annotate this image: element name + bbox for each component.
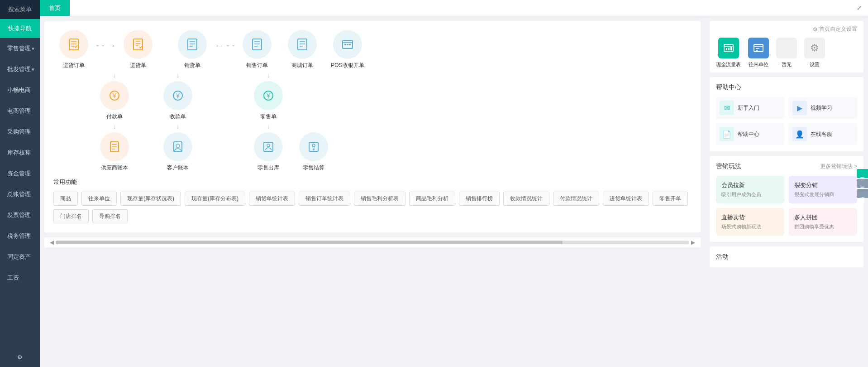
marketing-more-link[interactable]: 更多营销玩法 > (820, 163, 857, 170)
flow-node-retail-settle[interactable]: ¥ 零售结算 (293, 132, 334, 172)
pos-icon (333, 30, 362, 59)
flow-node-pos[interactable]: POS收银开单 (327, 30, 368, 69)
sidebar-item-invoice[interactable]: 发票管理 (0, 205, 40, 226)
sidebar-item-salary[interactable]: 工资 (0, 267, 40, 288)
sidebar-item-assets[interactable]: 固定资产 (0, 246, 40, 267)
expand-icon[interactable]: ⤢ (854, 4, 863, 13)
func-btn-stock1[interactable]: 现存量(库存状况表) (120, 192, 181, 206)
help-card: 帮助中心 ✉ 新手入门 ▶ 视频学习 📄 帮助中心 👤 (710, 77, 863, 151)
flow-node-purchase-order[interactable]: 进货订单 (53, 30, 94, 69)
sidebar-nav-active[interactable]: 快捷导航 (0, 19, 40, 38)
float-btn-hotline[interactable]: 客服热线 (857, 169, 868, 178)
video-label: 视频学习 (811, 104, 832, 112)
qa-item-cashflow[interactable]: 现金流量表 (716, 38, 741, 68)
scroll-left-arrow[interactable]: ◀ (48, 239, 56, 246)
func-btn-retail-open[interactable]: 零售开单 (653, 192, 688, 206)
sidebar-item-retail[interactable]: 零售管理 ▼ (0, 38, 40, 59)
sidebar-item-inventory[interactable]: 库存核算 (0, 142, 40, 163)
marketing-item-group[interactable]: 多人拼团 拼团购物享受优惠 (789, 208, 857, 236)
qa-item-partners[interactable]: 往来单位 (748, 38, 769, 68)
activities-title: 活动 (716, 253, 857, 261)
flow-card: 进货订单 - - → 进货单 (44, 21, 701, 232)
func-btn-payment-stat[interactable]: 付款情况统计 (553, 192, 599, 206)
flow-node-receipt[interactable]: ¥ 收款单 (157, 81, 198, 121)
scroll-track[interactable] (56, 241, 689, 244)
func-btn-receipt-stat[interactable]: 收款情况统计 (503, 192, 549, 206)
tabbar-right: ⤢ (854, 4, 868, 13)
float-btn-community[interactable]: 服务社区 (857, 179, 868, 188)
arrow-2: ← - - (215, 40, 234, 51)
group-desc: 拼团购物享受优惠 (794, 223, 852, 230)
sidebar-item-ecommerce[interactable]: 电商管理 (0, 101, 40, 121)
left-panel: 进货订单 - - → 进货单 (40, 16, 705, 367)
scroll-right-arrow[interactable]: ▶ (689, 239, 697, 246)
flow-node-payment[interactable]: ¥ 付款单 (94, 81, 135, 121)
fission-desc: 裂变式发展分销商 (794, 191, 852, 198)
func-btn-store-rank[interactable]: 门店排名 (53, 209, 89, 223)
svg-rect-20 (347, 44, 348, 45)
group-title: 多人拼团 (794, 213, 852, 222)
retail-label: 零售单 (260, 113, 277, 121)
help-item-beginner[interactable]: ✉ 新手入门 (716, 97, 784, 119)
func-btn-sale-stat[interactable]: 销货单统计表 (249, 192, 295, 206)
main-area: 首页 ⤢ 进货订单 (40, 0, 868, 367)
svg-rect-42 (728, 48, 730, 50)
help-item-help[interactable]: 📄 帮助中心 (716, 123, 784, 145)
tab-home[interactable]: 首页 (40, 0, 70, 16)
pos-label: POS收银开单 (331, 62, 364, 69)
help-item-video[interactable]: ▶ 视频学习 (789, 97, 857, 119)
func-btn-sale-rank[interactable]: 销售排行榜 (459, 192, 500, 206)
flow-node-retail[interactable]: ¥ 零售单 (248, 81, 289, 121)
purchase-icon (124, 30, 153, 59)
sale-order-label: 销售订单 (246, 62, 268, 69)
flow-node-retail-out[interactable]: 零售出库 (248, 132, 289, 172)
sidebar-item-ecommerce-small[interactable]: 小畅电商 (0, 80, 40, 101)
sidebar-item-purchase[interactable]: 采购管理 (0, 121, 40, 142)
func-btn-purchase-stat[interactable]: 进货单统计表 (603, 192, 649, 206)
svg-rect-0 (69, 39, 78, 50)
flow-node-shop-order[interactable]: 商城订单 (282, 30, 323, 69)
marketing-item-live[interactable]: 直播卖货 场景式购物新玩法 (716, 208, 784, 236)
down-arrow-purchase: ↓ (113, 72, 116, 78)
sidebar-item-ledger[interactable]: 总账管理 (0, 184, 40, 205)
flow-node-vendor-book[interactable]: 供应商账本 (94, 132, 135, 172)
qa-settings-label: 设置 (810, 61, 820, 68)
sidebar-item-wholesale[interactable]: 批发管理 ▼ (0, 59, 40, 80)
arrow-1: - - → (96, 40, 116, 51)
qa-item-settings[interactable]: ⚙ 设置 (804, 38, 825, 68)
func-btn-stock2[interactable]: 现存量(库存分布表) (185, 192, 245, 206)
func-btn-guide-rank[interactable]: 导购排名 (92, 209, 128, 223)
marketing-item-fission[interactable]: 裂变分销 裂变式发展分销商 (789, 176, 857, 203)
flow-node-sale[interactable]: 销货单 (172, 30, 213, 69)
func-btn-sale-profit[interactable]: 销售毛利分析表 (354, 192, 405, 206)
svg-point-33 (176, 144, 180, 148)
func-btn-goods-profit[interactable]: 商品毛利分析 (409, 192, 455, 206)
float-btn-desktop[interactable]: 桌面快捷 (857, 189, 868, 198)
retail-settle-label: 零售结算 (303, 164, 324, 172)
content-area: 进货订单 - - → 进货单 (40, 16, 868, 367)
sale-label: 销货单 (184, 62, 200, 69)
help-item-service[interactable]: 👤 在线客服 (789, 123, 857, 145)
down-arrow-customer: ↓ (176, 123, 180, 130)
func-grid: 商品 往来单位 现存量(库存状况表) 现存量(库存分布表) 销货单统计表 销售订… (53, 192, 692, 223)
qa-header: ⚙ 首页自定义设置 (716, 25, 857, 33)
down-arrow-vendor: ↓ (113, 123, 116, 130)
marketing-item-member[interactable]: 会员拉新 吸引用户成为会员 (716, 176, 784, 203)
func-btn-partners[interactable]: 往来单位 (81, 192, 117, 206)
svg-point-35 (267, 144, 270, 147)
right-panel: ⚙ 首页自定义设置 现金流量表 往来单位 (705, 16, 868, 367)
sidebar-item-finance[interactable]: 资金管理 (0, 163, 40, 184)
quick-access-card: ⚙ 首页自定义设置 现金流量表 往来单位 (710, 21, 863, 72)
qa-settings-link[interactable]: ⚙ 首页自定义设置 (813, 25, 857, 33)
func-btn-sale-order-stat[interactable]: 销售订单统计表 (299, 192, 350, 206)
gear-icon: ⚙ (813, 26, 818, 33)
sidebar-settings[interactable]: ⚙ (0, 348, 40, 367)
flow-node-customer-book[interactable]: 客户账本 (157, 132, 198, 172)
marketing-card: 营销玩法 更多营销玩法 > 会员拉新 吸引用户成为会员 裂变分销 裂变式发展分销… (710, 156, 863, 242)
sidebar-search[interactable]: 搜索菜单 (0, 0, 40, 19)
func-btn-goods[interactable]: 商品 (53, 192, 78, 206)
chevron-down-icon: ▼ (31, 67, 35, 72)
flow-node-purchase[interactable]: 进货单 (118, 30, 158, 69)
flow-node-sale-order[interactable]: 销售订单 (237, 30, 277, 69)
sidebar-item-tax[interactable]: 税务管理 (0, 226, 40, 246)
